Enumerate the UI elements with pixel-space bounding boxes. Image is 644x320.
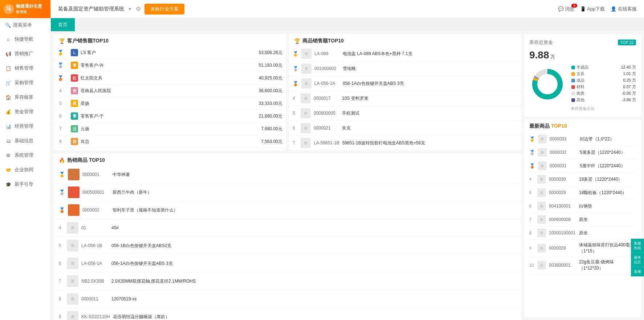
settings-icon[interactable]: ⚙ <box>136 5 141 12</box>
customer-sales-card: 🏆 客户销售额TOP10 🥇 L LS 客户 53,006.26元 🥈 零 零售… <box>54 34 286 151</box>
table-row: 🥉 红 红太阳文具 40,925.00元 <box>54 72 286 85</box>
logo-title: 畅捷通好生意 <box>16 4 42 9</box>
logo-subtitle: 标准版 <box>16 9 42 15</box>
product-sales-card: 🏆 商品销售额TOP10 🥇 图 LA-089 电池盖 LA-089 ABS本色… <box>289 34 521 151</box>
sidebar-item-finance[interactable]: 💰 资金管理 <box>0 104 50 119</box>
service-float: 客服 热线 服务 社区 直播 <box>631 239 644 276</box>
trial-button[interactable]: 体验行业方案 <box>144 4 184 15</box>
list-item: 5 图 000800005 手机测试 <box>289 106 521 121</box>
hot-products-title-text: 热销商品 TOP10 <box>67 157 105 164</box>
hot-products-title: 🔥 热销商品 TOP10 <box>54 153 521 166</box>
list-item: 🥇 0000001 中华神薯 <box>54 166 521 184</box>
list-item: 6 图 0000021 夹克 <box>289 121 521 136</box>
customer-title-text: 客户销售额TOP10 <box>67 38 109 44</box>
list-item: 8 图 10000100001 原坐 <box>529 226 636 240</box>
nav-label-guide: 新手引导 <box>15 181 33 188</box>
sidebar-item-operations[interactable]: 📊 经营管理 <box>0 119 50 134</box>
dropdown-arrow-icon[interactable]: ▼ <box>128 7 132 12</box>
header-left: 装备及固定资产辅助管理系统 ▼ ⚙ 体验行业方案 <box>58 4 184 15</box>
online-service-label: 在线客服 <box>618 6 637 12</box>
finance-icon: 💰 <box>5 108 12 115</box>
list-item: 🥈 图 001000002 雪地靴 <box>289 61 521 76</box>
operations-icon: 📊 <box>5 123 12 130</box>
list-item: 10 图 003800001 22g鱼豆腐-烧烤味（1*12*20） <box>529 257 636 274</box>
guide-icon: 🎓 <box>5 181 12 188</box>
list-item: 4 图 0000030 18多层（1220*2440） <box>529 173 636 186</box>
hot-products-list: 🥇 0000001 中华神薯 🥈 000500001 新西兰牛肉（新牛） 🥉 0… <box>54 166 521 320</box>
service-icon: 👤 <box>611 6 616 12</box>
phone-icon: 📱 <box>580 6 586 12</box>
purchase-icon: 🛒 <box>5 79 12 86</box>
sidebar-item-inventory[interactable]: 🏠 库存核算 <box>0 90 50 104</box>
nav-label-inventory: 库存核算 <box>15 94 33 100</box>
message-icon: 💬 <box>558 6 564 12</box>
list-item: 🥇 图 0000033 封边带（1.0*22） <box>529 132 636 146</box>
system-title: 装备及固定资产辅助管理系统 <box>58 6 124 12</box>
message-count-badge: 6 <box>571 4 577 8</box>
message-badge-wrap[interactable]: 💬 消息 6 <box>558 6 575 12</box>
sales-icon: 📋 <box>5 65 12 71</box>
legend-item: 肉类 -0.05 万 <box>571 91 636 96</box>
list-item: 🥇 图 LA-089 电池盖 LA-089 ABS本色+黑种 7.1克 <box>289 46 521 61</box>
latest-top10-label: TOP10 <box>551 123 567 129</box>
list-item: 🥉 图 0000031 5厘中纤（1220*2440） <box>529 159 636 173</box>
customer-section-title: 🏆 客户销售额TOP10 <box>54 34 286 46</box>
inventory-chart-area: 半成品 12.45 万 文具 1.01 万 成品 0.25 万 材料 0.07 … <box>529 65 636 104</box>
sidebar-item-basic-info[interactable]: 🗂 基础信息 <box>0 134 50 148</box>
service-live-btn[interactable]: 直播 <box>631 267 644 276</box>
table-row: 5 星 星扬 33,333.00元 <box>54 97 286 110</box>
sidebar-item-coop[interactable]: 🤝 企业协同 <box>0 163 50 177</box>
table-row: 8 肖 肖总 7,563.00元 <box>54 135 286 148</box>
inventory-unit: 万 <box>550 54 555 60</box>
nav-label-marketing: 营销推广 <box>15 50 33 57</box>
list-item: 4 图 0000017 10S 变料罗浆 <box>289 91 521 106</box>
legend-item: 材料 0.07 万 <box>571 84 636 90</box>
inventory-title: 库存总资金 <box>529 39 553 46</box>
nav-label-sales: 销售管理 <box>15 65 33 71</box>
nav-label-purchase: 采购管理 <box>15 79 33 86</box>
content-area: 🏆 客户销售额TOP10 🥇 L LS 客户 53,006.26元 🥈 零 零售… <box>51 31 644 320</box>
table-row: 🥇 L LS 客户 53,006.26元 <box>54 46 286 59</box>
app-download-link[interactable]: 📱 App下载 <box>580 6 605 12</box>
system-icon: ⚙ <box>5 152 12 159</box>
sidebar-item-system[interactable]: ⚙ 系统管理 <box>0 148 50 163</box>
tab-home[interactable]: 首页 <box>51 18 75 31</box>
latest-products-title: 最新商品 TOP10 <box>529 123 636 130</box>
nav-label-operations: 经营管理 <box>15 123 33 130</box>
table-row: 6 零 零售客户-于 21,680.00元 <box>54 110 286 123</box>
list-item: 🥈 图 0000032 5厘多层（1220*2440） <box>529 146 636 159</box>
sidebar-item-purchase[interactable]: 🛒 采购管理 <box>0 75 50 90</box>
legend-list: 半成品 12.45 万 文具 1.01 万 成品 0.25 万 材料 0.07 … <box>571 65 636 104</box>
sidebar-item-sales[interactable]: 📋 销售管理 <box>0 61 50 75</box>
list-item: 🥈 000500001 新西兰牛肉（新牛） <box>54 184 521 201</box>
middle-panel: 🏆 客户销售额TOP10 🥇 L LS 客户 53,006.26元 🥈 零 零售… <box>51 31 524 320</box>
table-row: 🥈 零 零售客户-许 51,183.00元 <box>54 59 286 72</box>
list-item: 9 图 KK-SD22110H 花语萌恒温分腿睡袋（厚款） <box>54 308 521 320</box>
customer-table: 🥇 L LS 客户 53,006.26元 🥈 零 零售客户-许 51,183.0… <box>54 46 286 148</box>
right-panel: 库存总资金 TOP 22 9.88 万 <box>524 31 644 320</box>
sidebar-item-quick-nav[interactable]: ⌂ 快捷导航 <box>0 32 50 46</box>
nav-label-coop: 企业协同 <box>15 167 33 173</box>
legend-item: 其他 -3.86 万 <box>571 97 636 103</box>
header-right: 💬 消息 6 📱 App下载 👤 在线客服 <box>558 6 637 12</box>
latest-products-list: 🥇 图 0000033 封边带（1.0*22） 🥈 图 0000032 5厘多层… <box>529 132 636 274</box>
fire-icon: 🔥 <box>59 157 65 163</box>
table-row: 4 杏 苍南县人民医院 36,600.00元 <box>54 85 286 97</box>
service-hotline-btn[interactable]: 客服 热线 <box>631 239 644 253</box>
basic-info-icon: 🗂 <box>5 138 12 144</box>
nav-label-finance: 资金管理 <box>15 108 33 115</box>
list-item: 7 图 000800008 原坐 <box>529 213 636 226</box>
coop-icon: 🤝 <box>5 167 12 173</box>
service-community-btn[interactable]: 服务 社区 <box>631 253 644 267</box>
list-item: 9 图 0000028 体城嘉枝味苏打饮品400毫升（1*15） <box>529 240 636 257</box>
online-service-link[interactable]: 👤 在线客服 <box>611 6 637 12</box>
product-section-title: 🏆 商品销售额TOP10 <box>289 34 521 46</box>
list-item: 8 图 0000011 12070519-xs <box>54 290 521 308</box>
donut-chart <box>529 66 566 102</box>
nav-label-system: 系统管理 <box>15 152 33 159</box>
page-tabs: 首页 <box>51 18 644 31</box>
nav-label-basic-info: 基础信息 <box>15 138 33 144</box>
sidebar-item-guide[interactable]: 🎓 新手引导 <box>0 177 50 192</box>
sidebar-item-marketing[interactable]: 📢 营销推广 <box>0 46 50 61</box>
search-menu-item[interactable]: 🔍 搜索菜单 <box>0 18 50 32</box>
